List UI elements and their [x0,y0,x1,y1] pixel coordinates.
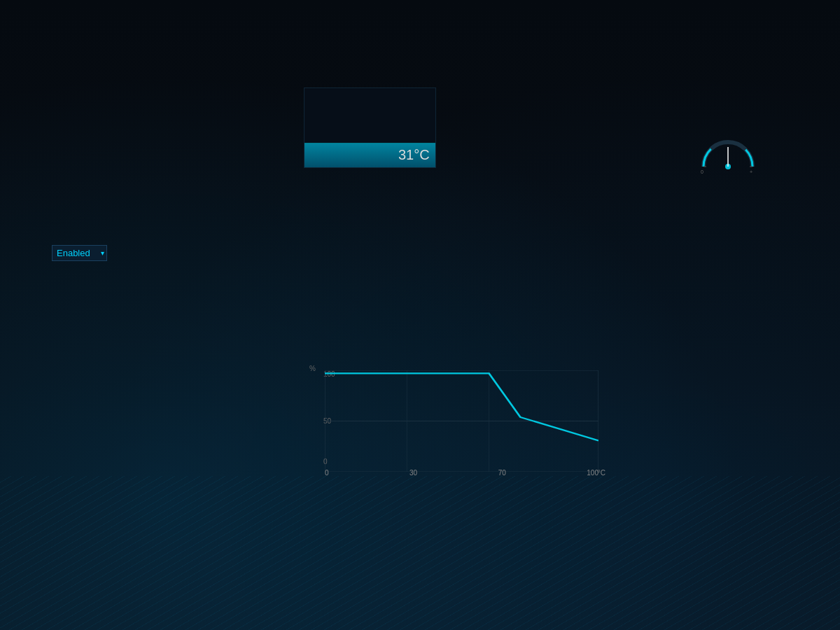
svg-text:+: + [750,169,752,174]
fan-chart-wrapper: % 100 50 0 [304,365,606,477]
chart-x-30: 30 [410,469,417,477]
cpu-temp-value: 31°C [398,147,430,163]
chart-x-70: 70 [498,469,506,477]
chart-x-labels: 0 30 70 100 [325,469,598,477]
xmp-select[interactable]: Enabled Disabled [52,245,107,261]
chart-y-label: % [309,365,316,372]
chart-x-100: 100 [587,469,598,477]
chart-x-unit: °C [598,469,606,477]
cpu-temp-section: CPU Temperature 31°C [304,74,436,168]
chart-x-0: 0 [325,469,329,477]
gauge-display[interactable]: 0 + [696,118,760,174]
fan-chart-svg [325,370,598,472]
xmp-select-wrapper[interactable]: Enabled Disabled [52,245,107,261]
svg-text:0: 0 [701,169,704,174]
